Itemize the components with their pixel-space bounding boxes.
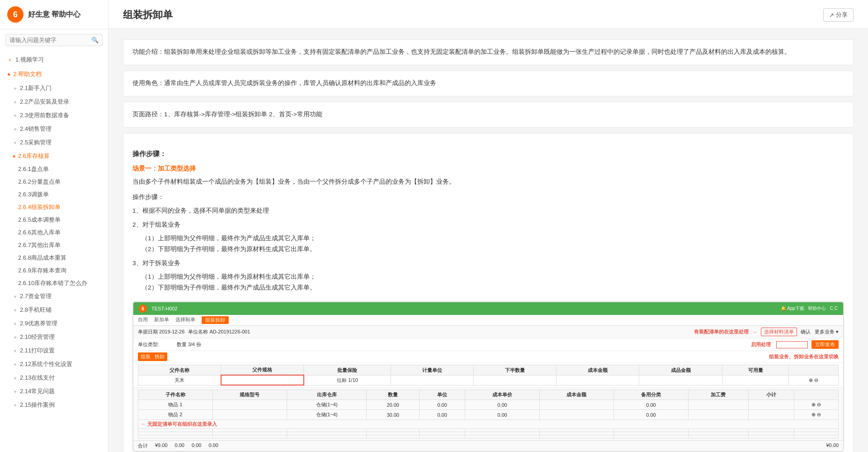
logo-icon: 6 <box>7 6 24 23</box>
main-content: 功能介绍：组装拆卸单用来处理企业组装或拆卸等加工业务，支持有固定装配清单的产品加… <box>108 29 868 452</box>
steps-title: 操作步骤： <box>132 150 844 158</box>
sidebar-item-install[interactable]: ＋ 2.2产品安装及登录 <box>0 95 108 109</box>
role-block: 使用角色：通常由生产人员或库管人员完成拆装业务的操作，库管人员确认原材料的出库和… <box>123 71 854 96</box>
plus-icon-small: ＋ <box>13 361 18 368</box>
search-icon: 🔍 <box>91 37 99 43</box>
plus-icon-small: ＋ <box>13 402 18 409</box>
app-select-material-btn: 选择材料清单 <box>761 328 797 336</box>
sidebar-item-mobile[interactable]: ＋ 2.8手机旺铺 <box>0 303 108 317</box>
minus-icon-small: ● <box>13 153 16 159</box>
app-form-row: 单位类型: 数量 3/4 份 启用处理 立即发布 <box>133 338 843 351</box>
app-topbar-icons: 🔔 App下载 帮助中心 C.C <box>781 305 838 312</box>
minus-icon: ● <box>7 71 10 77</box>
annotation2: 组装业务、拆卸业务在这里切换 <box>769 353 839 360</box>
path-block: 页面路径：1、库存核算->库存管理->组装拆卸单 2、首页->常用功能 <box>123 102 854 128</box>
sidebar-item-stock-error[interactable]: 2.6.10库存账本错了怎么办 <box>0 277 108 290</box>
sidebar-item-other-in[interactable]: 2.6.6其他入库单 <box>0 226 108 239</box>
arrow-right-icon: → <box>752 329 757 335</box>
sidebar-item-cost-recalc[interactable]: 2.6.8商品成本重算 <box>0 252 108 264</box>
sidebar-item-faq[interactable]: ＋ 2.14常见问题 <box>0 385 108 398</box>
main-header: 组装拆卸单 ↗ 分享 <box>108 0 868 29</box>
sidebar-item-payment[interactable]: ＋ 2.13在线支付 <box>0 371 108 385</box>
plus-icon-small: ＋ <box>13 388 18 395</box>
intro-block: 功能介绍：组装拆卸单用来处理企业组装或拆卸等加工业务，支持有固定装配清单的产品加… <box>123 39 854 65</box>
sidebar-item-custom[interactable]: ＋ 2.12系统个性化设置 <box>0 357 108 371</box>
sidebar-item-sales[interactable]: ＋ 2.4销售管理 <box>0 122 108 136</box>
step1: 1、根据不同的业务，选择不同单据的类型来处理 <box>132 205 844 216</box>
sidebar-item-coupon[interactable]: ＋ 2.9优惠券管理 <box>0 317 108 330</box>
sidebar-item-partial-stocktake[interactable]: 2.6.2分量盘点单 <box>0 176 108 188</box>
steps-intro: 操作步骤： <box>132 192 844 203</box>
table-row: 关木 位标 1/10 ⊕ ⊖ <box>138 375 839 385</box>
table-row: ← 无固定清单可在组织在这里录入 <box>138 420 839 429</box>
step3: 3、对于拆装业务 <box>132 258 844 269</box>
sidebar-item-transfer[interactable]: 2.6.3调拨单 <box>0 188 108 201</box>
app-upper-table-container: 父件名称 父件规格 批量保险 计量单位 下半数量 成本金额 成品金额 可用量 <box>133 363 843 387</box>
app-type-buttons: 组装 拆卸 <box>138 352 167 361</box>
app-logo: 6 <box>139 305 147 313</box>
plus-icon-small: ＋ <box>13 112 18 119</box>
table-row: 物品 2 仓储(1~4) 30.00 0.00 0.00 0.00 ⊕ <box>138 410 839 420</box>
sidebar: 6 好生意 帮助中心 🔍 ＋ 1.视频学习 ● 2.帮助文档 ＋ 2.1新手入门… <box>0 0 108 452</box>
app-lower-table-container: 子件名称 规格型号 出库仓库 数量 单位 成本单价 成本金额 备用分类 加工费 … <box>133 387 843 440</box>
plus-icon-small: ＋ <box>13 99 18 105</box>
app-confirm-btn: 立即发布 <box>811 340 839 349</box>
sidebar-item-video[interactable]: ＋ 1.视频学习 <box>0 52 108 67</box>
plus-icon: ＋ <box>7 56 13 64</box>
plus-icon-small: ＋ <box>13 375 18 381</box>
plus-icon-small: ＋ <box>13 334 18 341</box>
app-lower-table: 子件名称 规格型号 出库仓库 数量 单位 成本单价 成本金额 备用分类 加工费 … <box>138 390 839 438</box>
step3-sub2: （2）下部明细为子件明细，最终作为产成品生成其它入库单。 <box>142 282 844 293</box>
nav-menu: ＋ 1.视频学习 ● 2.帮助文档 ＋ 2.1新手入门 ＋ 2.2产品安装及登录… <box>0 51 108 414</box>
sidebar-header: 6 好生意 帮助中心 <box>0 0 108 29</box>
search-box[interactable]: 🔍 <box>5 34 103 46</box>
sidebar-item-stock-query[interactable]: 2.6.9库存账本查询 <box>0 264 108 277</box>
scene1-title: 场景一：加工类型选择 <box>132 165 844 173</box>
table-row <box>138 432 839 435</box>
app-annotation-row: 组装 拆卸 组装业务、拆卸业务在这里切换 <box>133 351 843 363</box>
step2: 2、对于组装业务 <box>132 219 844 230</box>
sidebar-item-stocktake[interactable]: 2.6.1盘点单 <box>0 163 108 176</box>
page-title: 组装拆卸单 <box>123 8 173 22</box>
sidebar-item-inventory[interactable]: ● 2.6库存核算 <box>0 149 108 163</box>
plus-icon-small: ＋ <box>13 347 18 354</box>
app-upper-table: 父件名称 父件规格 批量保险 计量单位 下半数量 成本金额 成品金额 可用量 <box>138 365 839 385</box>
sidebar-item-newbie[interactable]: ＋ 2.1新手入门 <box>0 81 108 95</box>
sidebar-item-docs[interactable]: ● 2.帮助文档 <box>0 67 108 81</box>
annotation1: 有装配清单的在这里处理 <box>694 328 749 335</box>
app-topbar-id: TEST-H002 <box>151 306 177 311</box>
plus-icon-small: ＋ <box>13 126 18 133</box>
app-screenshot: 6 TEST-H002 🔔 App下载 帮助中心 C.C 自用 新加单 选择制单… <box>132 301 844 452</box>
annotation3: 启用处理 <box>751 341 771 348</box>
sidebar-item-cases[interactable]: ＋ 2.15操作案例 <box>0 398 108 412</box>
sidebar-item-ops[interactable]: ＋ 2.10经营管理 <box>0 330 108 344</box>
step2-sub2: （2）下部明细为子件明细，最终作为原材料生成其它出库单。 <box>142 244 844 255</box>
sidebar-item-other-out[interactable]: 2.6.7其他出库单 <box>0 239 108 252</box>
share-icon: ↗ <box>829 12 834 19</box>
sidebar-item-assembly[interactable]: 2.6.4组装拆卸单 <box>0 201 108 214</box>
intro-text: 功能介绍：组装拆卸单用来处理企业组装或拆卸等加工业务，支持有固定装配清单的产品加… <box>132 47 844 57</box>
share-button[interactable]: ↗ 分享 <box>823 8 854 22</box>
app-toolbar: 单据日期 2019-12-26 单位名称 AD-20191226-001 有装配… <box>133 326 843 338</box>
sidebar-item-finance[interactable]: ＋ 2.7资金管理 <box>0 290 108 303</box>
app-menu-bar: 自用 新加单 选择制单 组装拆卸 <box>133 315 843 326</box>
main-panel: 组装拆卸单 ↗ 分享 功能介绍：组装拆卸单用来处理企业组装或拆卸等加工业务，支持… <box>108 0 868 452</box>
table-row: 物品 1 仓储(1~4) 20.00 0.00 0.00 0.00 ⊕ <box>138 400 839 410</box>
sidebar-item-purchase[interactable]: ＋ 2.5采购管理 <box>0 136 108 149</box>
plus-icon-small: ＋ <box>13 85 18 92</box>
app-footer: 合计 ¥9.00 0.00 0.00 0.00 ¥0.00 <box>133 440 843 451</box>
role-text: 使用角色：通常由生产人员或库管人员完成拆装业务的操作，库管人员确认原材料的出库和… <box>132 78 844 89</box>
search-input[interactable] <box>9 37 91 43</box>
sidebar-item-data-prep[interactable]: ＋ 2.3使用前数据准备 <box>0 109 108 122</box>
scene1-desc: 当由多个子件材料组装成一个成品的业务为【组装】业务，当由一个父件拆分成多个子产品… <box>132 176 844 187</box>
sidebar-item-print[interactable]: ＋ 2.11打印设置 <box>0 344 108 357</box>
app-enable-field <box>776 341 808 348</box>
step3-sub1: （1）上部明细为父件明细，最终作为原材料生成其它出库单； <box>142 271 844 282</box>
step2-sub1: （1）上部明细为父件明细，最终作为产成品生成其它入库单； <box>142 233 844 244</box>
app-assembly-btn: 组装拆卸 <box>202 316 229 324</box>
annotation4: ← 无固定清单可在组织在这里录入 <box>138 420 839 429</box>
plus-icon-small: ＋ <box>13 139 18 146</box>
plus-icon-small: ＋ <box>13 293 18 300</box>
sidebar-item-cost-adjust[interactable]: 2.6.5成本调整单 <box>0 214 108 226</box>
path-text: 页面路径：1、库存核算->库存管理->组装拆卸单 2、首页->常用功能 <box>132 109 844 120</box>
